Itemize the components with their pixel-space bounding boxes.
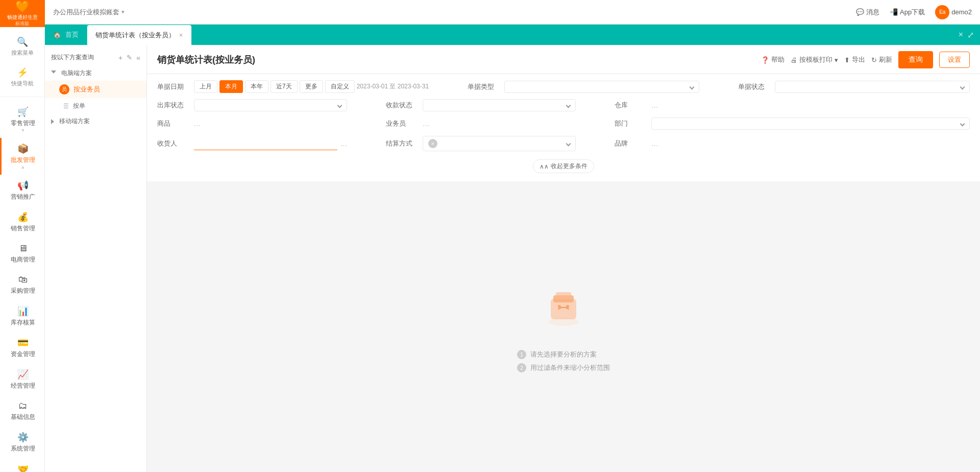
dept-select[interactable]: [651, 117, 970, 130]
sidebar-item-inventory[interactable]: 📊 库存核算: [0, 300, 44, 332]
date-btn-last-month[interactable]: 上月: [194, 80, 217, 93]
scheme-group-desktop-title[interactable]: 电脑端方案: [45, 66, 146, 81]
home-icon: 🏠: [53, 31, 61, 39]
help-btn[interactable]: ❓ 帮助: [761, 55, 785, 64]
out-status-select[interactable]: [194, 99, 347, 111]
sidebar-item-operations[interactable]: 📈 经营管理: [0, 364, 44, 395]
topbar-dropdown-icon[interactable]: ▾: [121, 9, 125, 15]
sidebar-search-label: 搜索菜单: [11, 49, 34, 57]
edit-scheme-btn[interactable]: ✎: [127, 54, 132, 62]
topbar-title: 办公用品行业模拟账套 ▾: [53, 8, 125, 17]
pay-status-select[interactable]: [423, 99, 576, 111]
goods-ellipsis[interactable]: ...: [194, 119, 201, 128]
collapse-panel-btn[interactable]: «: [136, 54, 140, 62]
export-btn[interactable]: ⬆ 导出: [844, 55, 865, 64]
export-icon: ⬆: [844, 56, 850, 64]
scheme-salesperson-icon: 员: [59, 84, 69, 95]
salesperson-ellipsis[interactable]: ...: [423, 119, 429, 128]
warehouse-ellipsis[interactable]: ...: [651, 101, 658, 110]
sidebar-item-sales[interactable]: 💰 销售管理: [0, 206, 44, 238]
sidebar-item-ecommerce[interactable]: 🖥 电商管理: [0, 238, 44, 269]
sidebar-item-basic-label: 基础信息: [11, 413, 35, 421]
tab-home[interactable]: 🏠 首页: [45, 25, 87, 45]
sidebar-item-purchase-label: 采购管理: [11, 287, 35, 295]
brand-ellipsis[interactable]: ...: [651, 139, 658, 148]
sidebar-item-system[interactable]: ⚙️ 系统管理: [0, 427, 44, 458]
out-status-cell: [194, 99, 347, 111]
doc-type-label: 单据类型: [468, 82, 496, 91]
filter-row-4: 收货人 ... 结算方式 × 品牌 ...: [157, 136, 970, 151]
search-icon: 🔍: [17, 36, 28, 48]
topbar-user-btn[interactable]: Ea demo2: [935, 5, 972, 19]
refresh-label: 刷新: [879, 55, 892, 64]
date-btn-this-month[interactable]: 本月: [219, 80, 243, 93]
query-button[interactable]: 查询: [898, 51, 933, 68]
warehouse-cell: ...: [651, 101, 970, 110]
print-btn[interactable]: 🖨 按模板打印 ▾: [791, 55, 838, 64]
date-range-text: 2023-03-01 至 2023-03-31: [357, 82, 429, 91]
receiver-input[interactable]: [194, 137, 337, 150]
tip-num-2: 2: [517, 363, 526, 372]
scheme-group-desktop: 电脑端方案 员 按业务员 ☰ 按单: [45, 66, 146, 114]
ecommerce-icon: 🖥: [18, 243, 28, 254]
tab-home-label: 首页: [65, 30, 79, 39]
sidebar-item-basic[interactable]: 🗂 基础信息: [0, 395, 44, 427]
pay-status-cell: [423, 99, 576, 111]
content-area: 按以下方案查询 + ✎ « 电脑端方案 员 按业务员 ☰ 按单: [45, 45, 980, 472]
sidebar-item-marketing[interactable]: 📢 营销推广: [0, 175, 44, 206]
logo-icon: 🧡: [15, 0, 29, 13]
settings-button[interactable]: 设置: [939, 52, 970, 68]
sidebar-item-sales-label: 销售管理: [11, 224, 35, 233]
tabbar-end: × ⤢: [959, 30, 980, 40]
scheme-group-mobile-title[interactable]: 移动端方案: [45, 114, 146, 129]
app-download-icon: 📲: [890, 8, 898, 16]
date-btn-7days[interactable]: 近7天: [271, 80, 298, 93]
sidebar-item-finance[interactable]: 💳 资金管理: [0, 332, 44, 364]
topbar-username: demo2: [951, 8, 972, 16]
dept-label: 部门: [615, 119, 643, 128]
settlement-clear-btn[interactable]: ×: [428, 139, 437, 148]
sidebar-item-quicknav[interactable]: ⚡ 快捷导航: [0, 62, 44, 92]
sidebar-item-enterprise[interactable]: 🤝 企业协同: [0, 458, 44, 472]
svg-point-5: [566, 305, 569, 308]
scheme-item-by-order[interactable]: ☰ 按单: [45, 98, 146, 114]
date-btn-custom[interactable]: 自定义: [325, 80, 355, 93]
msg-icon: 💬: [856, 8, 864, 16]
goods-label: 商品: [157, 119, 186, 128]
receiver-label: 收货人: [157, 139, 186, 148]
settlement-select[interactable]: ×: [423, 136, 576, 151]
pay-status-label: 收款状态: [386, 101, 414, 110]
tab-close-icon[interactable]: ×: [179, 32, 183, 39]
scheme-item-by-salesperson[interactable]: 员 按业务员: [45, 81, 146, 98]
sidebar-item-ecommerce-label: 电商管理: [11, 255, 35, 264]
left-panel-title: 按以下方案查询: [51, 53, 94, 62]
doc-status-select[interactable]: [775, 81, 970, 93]
collapse-btn[interactable]: ∧∧ 收起更多条件: [533, 159, 594, 173]
tab-sales-stats[interactable]: 销货单统计表（按业务员） ×: [87, 25, 191, 45]
print-icon: 🖨: [791, 56, 797, 64]
sidebar-item-search[interactable]: 🔍 搜索菜单: [0, 31, 44, 62]
sidebar-item-retail[interactable]: 🛒 零售管理 ▼: [0, 101, 44, 138]
receiver-ellipsis[interactable]: ...: [340, 139, 347, 148]
doc-type-arrow: [690, 84, 694, 90]
collapse-row: ∧∧ 收起更多条件: [157, 157, 970, 175]
help-label: 帮助: [771, 55, 785, 64]
filter-row-2: 出库状态 收款状态 仓库: [157, 99, 970, 111]
brand-cell: ...: [651, 139, 970, 148]
add-scheme-btn[interactable]: +: [118, 54, 122, 62]
sidebar-item-purchase[interactable]: 🛍 采购管理: [0, 269, 44, 300]
doc-type-select[interactable]: [504, 81, 699, 93]
print-dropdown-icon[interactable]: ▾: [835, 56, 838, 64]
collapse-label: 收起更多条件: [551, 162, 587, 171]
tab-close-all-icon[interactable]: ×: [959, 30, 963, 39]
date-btn-this-year[interactable]: 本年: [245, 80, 268, 93]
tip-num-1: 1: [517, 350, 526, 359]
refresh-btn[interactable]: ↻ 刷新: [871, 55, 892, 64]
topbar-app-download-btn[interactable]: 📲 App下载: [890, 8, 925, 17]
sidebar-item-wholesale[interactable]: 📦 批发管理 ▲: [0, 138, 44, 175]
main-area: 办公用品行业模拟账套 ▾ 💬 消息 📲 App下载 Ea demo2 🏠 首页: [45, 0, 980, 472]
topbar-msg-btn[interactable]: 💬 消息: [856, 8, 879, 17]
date-btn-more[interactable]: 更多: [300, 80, 323, 93]
tab-expand-icon[interactable]: ⤢: [967, 30, 974, 40]
wholesale-expand-icon: ▲: [21, 164, 26, 170]
